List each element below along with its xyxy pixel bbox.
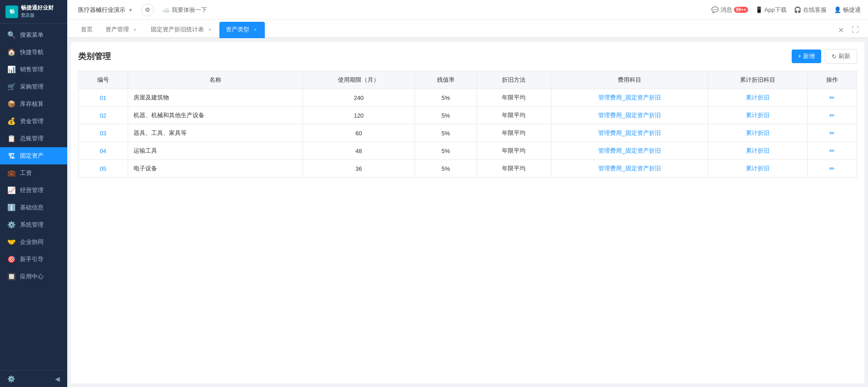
guide-icon: 🎯	[7, 255, 15, 263]
cell-action[interactable]: ✏	[808, 89, 857, 107]
sidebar-item-quick-nav[interactable]: 🏠 快捷导航	[0, 44, 67, 61]
capital-icon: 💰	[7, 117, 15, 125]
table-row: 02 机器、机械和其他生产设备 120 5% 年限平均 管理费用_固定资产折旧 …	[79, 107, 857, 124]
sidebar-item-app-center[interactable]: 🔲 应用中心	[0, 268, 67, 285]
app-logo: 畅 畅捷通好业财 普及版	[0, 0, 67, 24]
tab-depreciation-table[interactable]: 固定资产折旧统计表 ×	[144, 22, 219, 38]
sidebar-item-enterprise[interactable]: 🤝 企业协同	[0, 233, 67, 251]
sidebar-collapse-icon[interactable]: ◀	[55, 375, 60, 382]
cell-residual: 5%	[415, 160, 476, 178]
tab-expand-icon[interactable]: ⛶	[850, 25, 861, 35]
sidebar-item-search[interactable]: 🔍 搜索菜单	[0, 26, 67, 44]
cell-accumulated: 累计折旧	[708, 124, 808, 142]
tab-home[interactable]: 首页	[74, 22, 99, 38]
cloud-icon: ☁️	[162, 6, 170, 14]
sidebar-item-label: 企业协同	[20, 238, 44, 246]
cell-action[interactable]: ✏	[808, 124, 857, 142]
cell-id: 02	[79, 107, 128, 124]
edit-icon[interactable]: ✏	[829, 147, 835, 154]
tab-close-all-icon[interactable]: ✕	[835, 25, 846, 35]
cell-action[interactable]: ✏	[808, 160, 857, 178]
new-button[interactable]: + 新增	[792, 50, 821, 63]
cell-period: 48	[303, 142, 415, 160]
refresh-button[interactable]: ↻ 刷新	[825, 49, 857, 64]
service-label: 在线客服	[803, 6, 827, 14]
sidebar-item-label: 经营管理	[20, 186, 44, 194]
tab-depreciation-close[interactable]: ×	[207, 26, 213, 33]
edit-icon[interactable]: ✏	[829, 94, 835, 101]
cell-action[interactable]: ✏	[808, 107, 857, 124]
tab-asset-mgmt-close[interactable]: ×	[132, 26, 138, 33]
tab-asset-mgmt[interactable]: 资产管理 ×	[99, 22, 144, 38]
sidebar-settings-icon[interactable]: ⚙️	[7, 375, 15, 382]
cell-residual: 5%	[415, 89, 476, 107]
user-action[interactable]: 👤 畅捷通	[834, 6, 861, 14]
header-right: 💬 消息 99+ 📱 App下载 🎧 在线客服 👤 畅捷通	[711, 6, 861, 14]
table-row: 04 运输工具 48 5% 年限平均 管理费用_固定资产折旧 累计折旧 ✏	[79, 142, 857, 160]
logo-text-block: 畅捷通好业财 普及版	[21, 5, 54, 19]
edit-icon[interactable]: ✏	[829, 112, 835, 119]
cell-accumulated: 累计折旧	[708, 107, 808, 124]
tab-asset-type-close[interactable]: ×	[252, 26, 258, 33]
col-residual: 残值率	[415, 71, 476, 89]
sidebar-item-label: 系统管理	[20, 221, 44, 229]
cell-expense: 管理费用_固定资产折旧	[551, 107, 708, 124]
cell-residual: 5%	[415, 107, 476, 124]
header-left: 医疗器械行业演示 ▼ ⚙ ☁️ 我要体验一下	[74, 4, 211, 16]
table-row: 01 房屋及建筑物 240 5% 年限平均 管理费用_固定资产折旧 累计折旧 ✏	[79, 89, 857, 107]
app-download-label: App下载	[764, 6, 787, 14]
sidebar-item-operations[interactable]: 📈 经营管理	[0, 182, 67, 199]
cell-period: 60	[303, 124, 415, 142]
online-service-action[interactable]: 🎧 在线客服	[794, 6, 827, 14]
sidebar-item-label: 总账管理	[20, 134, 44, 143]
message-icon: 💬	[711, 6, 719, 13]
tab-asset-type-label: 资产类型	[226, 25, 249, 34]
edit-icon[interactable]: ✏	[829, 165, 835, 172]
col-name: 名称	[128, 71, 303, 89]
cell-accumulated: 累计折旧	[708, 142, 808, 160]
sidebar-item-payroll[interactable]: 💼 工资	[0, 164, 67, 182]
tab-depreciation-label: 固定资产折旧统计表	[151, 25, 204, 34]
cell-expense: 管理费用_固定资产折旧	[551, 160, 708, 178]
experience-button[interactable]: ☁️ 我要体验一下	[159, 4, 211, 16]
cell-method: 年限平均	[476, 160, 551, 178]
cell-period: 120	[303, 107, 415, 124]
sidebar-item-guide[interactable]: 🎯 新手引导	[0, 251, 67, 268]
table-header-row: 编号 名称 使用期限（月） 残值率 折旧方法 费用科目 累计折旧科目 操作	[79, 71, 857, 89]
purchase-icon: 🛒	[7, 83, 15, 91]
cell-accumulated: 累计折旧	[708, 89, 808, 107]
sidebar-item-system[interactable]: ⚙️ 系统管理	[0, 216, 67, 233]
cell-name: 电子设备	[128, 160, 303, 178]
cell-period: 36	[303, 160, 415, 178]
sidebar-menu: 🔍 搜索菜单 🏠 快捷导航 📊 销售管理 🛒 采购管理 📦 库存核算 💰 资金管…	[0, 24, 67, 370]
sidebar-item-capital[interactable]: 💰 资金管理	[0, 113, 67, 130]
sidebar-item-fixed-assets[interactable]: 🏗 固定资产	[0, 147, 67, 164]
dropdown-arrow-icon: ▼	[128, 7, 133, 13]
sidebar-item-inventory[interactable]: 📦 库存核算	[0, 95, 67, 113]
enterprise-icon: 🤝	[7, 238, 15, 246]
content-area: 类别管理 + 新增 ↻ 刷新 编号 名称 使用期限（月） 残值率 折旧方法 费用…	[71, 42, 864, 383]
app-download-action[interactable]: 📱 App下载	[755, 6, 787, 14]
sidebar-item-ledger[interactable]: 📋 总账管理	[0, 130, 67, 147]
user-icon: 👤	[834, 6, 841, 13]
cell-accumulated: 累计折旧	[708, 160, 808, 178]
tab-asset-type[interactable]: 资产类型 ×	[219, 22, 265, 38]
sidebar-footer: ⚙️ ◀	[0, 370, 67, 387]
cell-action[interactable]: ✏	[808, 142, 857, 160]
table-row: 05 电子设备 36 5% 年限平均 管理费用_固定资产折旧 累计折旧 ✏	[79, 160, 857, 178]
sidebar-item-sales[interactable]: 📊 销售管理	[0, 61, 67, 78]
col-accumulated: 累计折旧科目	[708, 71, 808, 89]
sidebar-item-label: 采购管理	[20, 83, 44, 91]
sidebar-item-basic-info[interactable]: ℹ️ 基础信息	[0, 199, 67, 216]
main-area: 医疗器械行业演示 ▼ ⚙ ☁️ 我要体验一下 💬 消息 99+ 📱 App下载 …	[67, 0, 868, 387]
col-action: 操作	[808, 71, 857, 89]
company-selector[interactable]: 医疗器械行业演示 ▼	[74, 4, 137, 16]
edit-icon[interactable]: ✏	[829, 129, 835, 137]
header-settings-button[interactable]: ⚙	[141, 4, 154, 16]
company-name: 医疗器械行业演示	[78, 6, 125, 14]
sidebar-item-purchase[interactable]: 🛒 采购管理	[0, 78, 67, 95]
refresh-icon: ↻	[832, 53, 837, 60]
sales-icon: 📊	[7, 65, 15, 74]
message-action[interactable]: 💬 消息 99+	[711, 6, 748, 14]
cell-expense: 管理费用_固定资产折旧	[551, 142, 708, 160]
